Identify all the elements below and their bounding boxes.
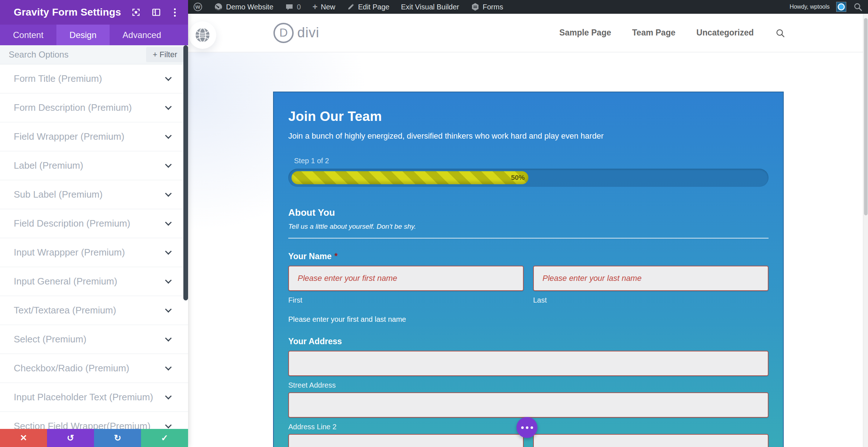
last-name-sublabel: Last <box>533 296 769 304</box>
panel-search-bar: + Filter <box>0 45 188 64</box>
site-name-label: Demo Website <box>226 3 273 11</box>
panel-action-bar: ✕ ↺ ↻ ✓ <box>0 429 188 447</box>
address-line2-input[interactable] <box>288 392 769 418</box>
panel-section-item[interactable]: Text/Textarea (Premium) <box>0 296 188 325</box>
logo-text: divi <box>297 25 319 41</box>
panel-section-item[interactable]: Form Title (Premium) <box>0 64 188 93</box>
panel-section-item[interactable]: Input Placeholder Text (Premium) <box>0 383 188 412</box>
dashboard-gauge-icon <box>214 3 223 11</box>
avatar-image <box>838 3 845 10</box>
progress-bar: 50% <box>288 169 769 187</box>
nav-item-sample-page[interactable]: Sample Page <box>559 28 611 38</box>
section-title: About You <box>288 207 769 218</box>
tab-advanced[interactable]: Advanced <box>110 25 174 45</box>
panel-section-item[interactable]: Field Description (Premium) <box>0 209 188 238</box>
more-options-button[interactable] <box>516 417 537 438</box>
forms-label: Forms <box>483 3 503 11</box>
name-field-label: Your Name* <box>288 252 769 261</box>
required-asterisk: * <box>335 252 338 261</box>
kebab-menu-icon[interactable] <box>172 8 178 17</box>
wordpress-menu-item[interactable]: W <box>193 2 203 12</box>
chevron-down-icon <box>165 161 171 168</box>
panel-tabs: Content Design Advanced <box>0 25 188 45</box>
undo-button[interactable]: ↺ <box>47 429 94 447</box>
new-label: New <box>321 3 335 11</box>
expand-module-icon[interactable] <box>131 8 141 17</box>
tab-design[interactable]: Design <box>56 25 110 45</box>
first-name-input[interactable] <box>288 266 524 291</box>
progress-percent: 50% <box>511 174 525 182</box>
panel-section-item[interactable]: Sub Label (Premium) <box>0 180 188 209</box>
panel-section-item[interactable]: Select (Premium) <box>0 325 188 354</box>
zip-input[interactable] <box>533 434 769 447</box>
nav-search-icon[interactable] <box>775 28 786 38</box>
address-field-label: Your Address <box>288 337 769 346</box>
chevron-down-icon <box>165 335 171 341</box>
forms-menu-item[interactable]: Forms <box>471 3 503 11</box>
tab-content[interactable]: Content <box>0 25 56 45</box>
panel-section-item[interactable]: Form Description (Premium) <box>0 93 188 122</box>
panel-title: Gravity Form Settings <box>14 7 121 18</box>
site-name-menu-item[interactable]: Demo Website <box>214 3 273 11</box>
section-description: Tell us a little about yourself. Don't b… <box>288 223 769 231</box>
page-preview: D divi Sample Page Team Page Uncategoriz… <box>188 14 863 447</box>
howdy-label[interactable]: Howdy, wptools <box>790 4 830 10</box>
split-view-icon[interactable] <box>152 8 161 17</box>
pencil-icon <box>347 3 355 11</box>
comments-menu-item[interactable]: 0 <box>285 3 301 11</box>
search-options-input[interactable] <box>9 50 142 60</box>
chevron-down-icon <box>165 103 171 110</box>
panel-section-item[interactable]: Checkbox/Radio (Premium) <box>0 354 188 383</box>
admin-bar-right: Howdy, wptools <box>790 2 868 12</box>
admin-bar-left: W Demo Website 0 + New <box>188 2 503 12</box>
panel-section-item[interactable]: Input General (Premium) <box>0 267 188 296</box>
gravity-forms-icon <box>471 3 480 11</box>
browser-scrollbar-thumb[interactable] <box>864 18 868 215</box>
gravity-form-module: Join Our Team Join a bunch of highly ene… <box>273 92 784 447</box>
chevron-down-icon <box>165 306 171 312</box>
chevron-down-icon <box>165 422 171 428</box>
user-avatar[interactable] <box>836 2 846 12</box>
admin-search-icon[interactable] <box>853 2 863 12</box>
panel-section-item[interactable]: Section Field Wrapper(Premium) <box>0 412 188 429</box>
nav-item-uncategorized[interactable]: Uncategorized <box>697 28 754 38</box>
first-name-sublabel: First <box>288 296 524 304</box>
new-menu-item[interactable]: + New <box>312 3 335 11</box>
page-settings-button[interactable] <box>189 21 216 49</box>
settings-panel: Gravity Form Settings <box>0 0 188 447</box>
discard-button[interactable]: ✕ <box>0 429 47 447</box>
edit-page-label: Edit Page <box>358 3 390 11</box>
city-input[interactable] <box>288 434 524 447</box>
chevron-down-icon <box>165 190 171 197</box>
street-address-input[interactable] <box>288 351 769 376</box>
form-title: Join Our Team <box>288 109 769 124</box>
step-label: Step 1 of 2 <box>294 157 769 165</box>
last-name-input[interactable] <box>533 266 769 291</box>
ellipsis-icon <box>521 426 524 429</box>
progress-fill: 50% <box>292 171 528 184</box>
filter-button[interactable]: + Filter <box>146 47 184 62</box>
name-field-description: Please enter your first and last name <box>288 315 769 324</box>
chevron-down-icon <box>165 277 171 283</box>
browser-scrollbar[interactable] <box>863 14 868 447</box>
panel-section-item[interactable]: Label (Premium) <box>0 151 188 180</box>
chevron-down-icon <box>165 132 171 139</box>
panel-section-item[interactable]: Field Wrappper (Premium) <box>0 122 188 151</box>
comment-bubble-icon <box>285 3 294 11</box>
exit-visual-builder-menu-item[interactable]: Exit Visual Builder <box>401 3 459 11</box>
redo-button[interactable]: ↻ <box>94 429 141 447</box>
site-logo[interactable]: D divi <box>273 23 319 43</box>
wp-admin-bar: W Demo Website 0 + New <box>188 0 868 14</box>
nav-item-team-page[interactable]: Team Page <box>632 28 676 38</box>
save-button[interactable]: ✓ <box>141 429 188 447</box>
street-address-sublabel: Street Address <box>288 381 769 389</box>
chevron-down-icon <box>165 219 171 225</box>
chevron-down-icon <box>165 393 171 399</box>
wordpress-logo-icon: W <box>193 2 203 12</box>
panel-section-item[interactable]: Input Wrappper (Premium) <box>0 238 188 267</box>
chevron-down-icon <box>165 74 171 81</box>
edit-page-menu-item[interactable]: Edit Page <box>347 3 390 11</box>
panel-scrollbar-thumb[interactable] <box>183 45 188 300</box>
site-header: D divi Sample Page Team Page Uncategoriz… <box>188 14 863 52</box>
divi-logo-icon: D <box>273 23 294 43</box>
